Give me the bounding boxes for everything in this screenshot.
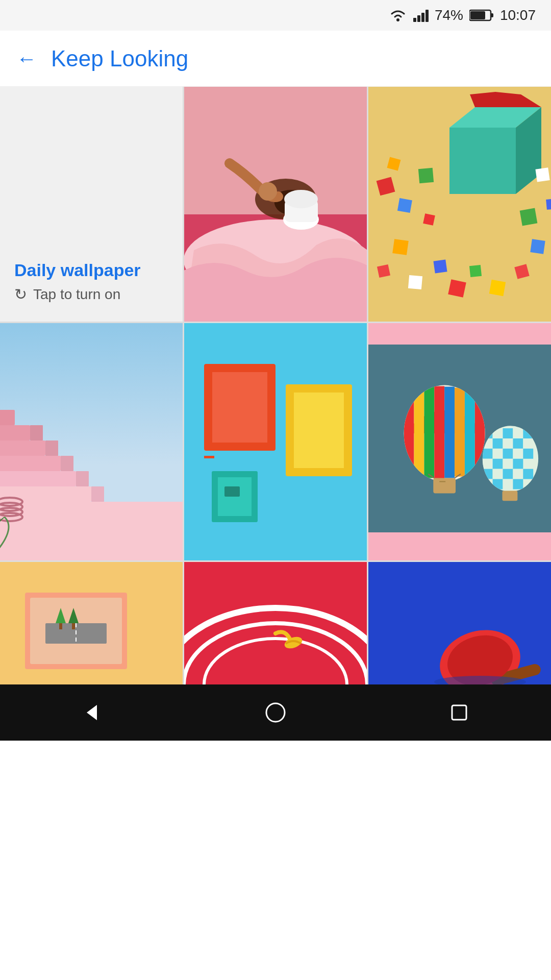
svg-rect-42	[0, 471, 76, 486]
svg-rect-24	[397, 198, 412, 213]
svg-rect-49	[61, 456, 73, 471]
back-button[interactable]: ←	[16, 48, 37, 69]
stairs-image	[0, 323, 183, 560]
svg-rect-30	[448, 279, 466, 298]
svg-rect-52	[0, 502, 183, 560]
balloon-svg	[368, 345, 551, 532]
balloon-top-strip	[368, 323, 551, 345]
svg-rect-18	[449, 128, 516, 194]
svg-rect-4	[425, 10, 429, 22]
svg-rect-108	[503, 479, 513, 489]
svg-rect-35	[520, 208, 538, 226]
recents-nav-icon	[449, 702, 469, 723]
svg-rect-91	[523, 438, 533, 449]
cubes-tile[interactable]	[368, 87, 551, 322]
svg-rect-89	[503, 438, 513, 449]
svg-rect-105	[523, 469, 533, 479]
svg-rect-96	[523, 449, 533, 459]
svg-rect-47	[91, 486, 104, 502]
miniature-tile[interactable]	[0, 562, 183, 684]
svg-rect-65	[204, 456, 214, 458]
svg-rect-100	[513, 459, 523, 469]
svg-rect-104	[513, 469, 523, 479]
svg-rect-69	[414, 388, 424, 477]
svg-rect-44	[0, 440, 45, 456]
svg-rect-88	[493, 438, 503, 449]
svg-rect-29	[433, 259, 447, 273]
miniature-image	[0, 562, 183, 684]
page-title: Keep Looking	[51, 46, 188, 71]
header: ← Keep Looking	[0, 31, 551, 87]
home-nav-icon	[264, 701, 287, 724]
balloons-tile[interactable]	[368, 323, 551, 560]
svg-rect-83	[493, 428, 503, 438]
track-tile[interactable]	[184, 562, 367, 684]
svg-rect-71	[434, 386, 444, 479]
svg-rect-74	[465, 390, 475, 476]
svg-rect-70	[424, 387, 434, 478]
svg-rect-61	[294, 393, 344, 468]
svg-rect-51	[30, 425, 43, 440]
svg-point-0	[396, 18, 399, 21]
svg-rect-2	[417, 15, 420, 22]
recents-nav-button[interactable]	[439, 692, 480, 733]
svg-rect-59	[212, 372, 267, 443]
svg-rect-117	[59, 623, 62, 629]
svg-rect-101	[483, 469, 493, 479]
svg-rect-97	[483, 459, 493, 469]
home-nav-button[interactable]	[255, 692, 296, 733]
svg-rect-1	[413, 18, 416, 22]
svg-rect-72	[444, 387, 455, 478]
status-bar: 74% 10:07	[0, 0, 551, 31]
svg-rect-68	[404, 393, 414, 474]
svg-rect-39	[546, 199, 551, 210]
daily-wallpaper-title: Daily wallpaper	[14, 260, 168, 280]
svg-rect-48	[76, 471, 89, 486]
cubes-image	[368, 87, 551, 322]
wifi-icon	[389, 9, 407, 22]
svg-rect-27	[377, 264, 390, 278]
refresh-icon: ↻	[14, 285, 27, 303]
svg-rect-3	[421, 13, 424, 22]
frames-image	[184, 323, 367, 560]
nav-bar	[0, 684, 551, 741]
svg-rect-6	[491, 13, 493, 17]
svg-rect-43	[0, 456, 61, 471]
svg-rect-92	[483, 449, 493, 459]
svg-rect-95	[513, 449, 523, 459]
svg-rect-28	[408, 275, 422, 289]
svg-rect-50	[45, 440, 58, 456]
svg-rect-99	[503, 459, 513, 469]
svg-rect-106	[483, 479, 493, 489]
svg-rect-7	[470, 11, 485, 19]
svg-rect-25	[418, 168, 434, 183]
svg-rect-119	[72, 623, 75, 629]
svg-rect-38	[423, 213, 435, 226]
svg-rect-34	[530, 239, 545, 254]
stairs-tile[interactable]	[0, 323, 183, 560]
battery-percent: 74%	[435, 7, 463, 23]
coffee-tile[interactable]	[184, 87, 367, 322]
svg-point-15	[284, 190, 318, 208]
signal-icon	[413, 9, 429, 22]
balloon-main	[368, 345, 551, 532]
coffee-image	[184, 87, 367, 322]
status-icons: 74% 10:07	[389, 7, 536, 23]
frames-tile[interactable]	[184, 323, 367, 560]
svg-point-16	[259, 182, 277, 201]
pingpong-tile[interactable]	[368, 562, 551, 684]
svg-rect-84	[503, 428, 513, 438]
daily-wallpaper-tile[interactable]: Daily wallpaper ↻ Tap to turn on	[0, 87, 183, 322]
svg-rect-86	[523, 428, 533, 438]
svg-rect-98	[493, 459, 503, 469]
back-nav-button[interactable]	[71, 692, 112, 733]
svg-rect-102	[493, 469, 503, 479]
svg-rect-46	[0, 410, 15, 425]
svg-rect-45	[0, 425, 30, 440]
svg-marker-131	[87, 705, 97, 720]
svg-rect-64	[224, 486, 240, 497]
battery-icon	[469, 9, 494, 22]
svg-rect-90	[513, 438, 523, 449]
tap-to-turn-on-label: Tap to turn on	[33, 286, 120, 303]
svg-rect-93	[493, 449, 503, 459]
